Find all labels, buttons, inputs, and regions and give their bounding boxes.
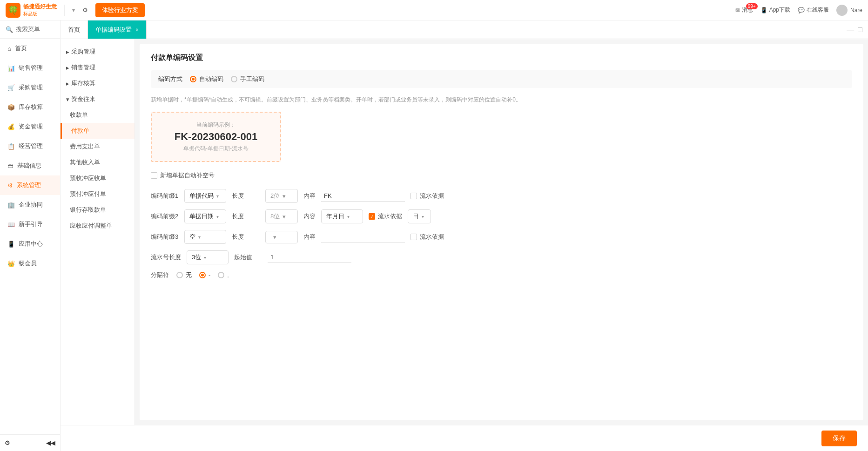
user-profile[interactable]: Nare bbox=[836, 5, 862, 16]
tab-close-icon[interactable]: × bbox=[135, 27, 139, 33]
config-prefix-3-select[interactable]: 空 ▾ bbox=[184, 230, 226, 244]
config-content-2-label: 内容 bbox=[303, 212, 316, 221]
sep-dot-label: . bbox=[227, 272, 229, 279]
serial-checkbox-1[interactable] bbox=[410, 193, 417, 199]
finance-icon: 💰 bbox=[7, 123, 15, 130]
encoding-method-row: 编码方式 自动编码 手工编码 bbox=[151, 70, 852, 88]
serial-length-dropdown-icon: ▾ bbox=[204, 255, 206, 260]
top-bar-right: ✉ 消息 99+ 📱 App下载 💬 在线客服 Nare bbox=[735, 5, 862, 16]
maximize-button[interactable]: □ bbox=[858, 26, 862, 34]
top-bar: 🍀 畅捷通好生意 标品版 ▾ ⚙ 体验行业方案 ✉ 消息 99+ 📱 App下载… bbox=[0, 0, 868, 20]
sidebar-item-sales[interactable]: 📊 销售管理 bbox=[0, 58, 60, 78]
config-prefix-2-select[interactable]: 单据日期 ▾ bbox=[184, 209, 226, 223]
sidebar-item-enterprise[interactable]: 🏢 企业协同 bbox=[0, 195, 60, 215]
serial-checkbox-3[interactable] bbox=[410, 234, 417, 240]
service-icon: 💬 bbox=[798, 7, 805, 13]
sidebar-nav: ⌂ 首页 📊 销售管理 🛒 采购管理 📦 库存核算 💰 资金管理 bbox=[0, 39, 60, 273]
sub-item-expense[interactable]: 费用支出单 bbox=[61, 139, 135, 155]
serial-checkbox-2[interactable]: ✓ bbox=[369, 213, 375, 220]
serial-unit-2-select[interactable]: 日 ▾ bbox=[408, 209, 431, 223]
sub-group-sales[interactable]: ▸ 销售管理 bbox=[61, 60, 135, 75]
sidebar-item-finance[interactable]: 💰 资金管理 bbox=[0, 117, 60, 136]
sep-none-option[interactable]: 无 bbox=[176, 271, 192, 279]
page-footer: 保存 bbox=[61, 425, 868, 451]
manual-encoding-label: 手工编码 bbox=[240, 75, 264, 83]
trial-button[interactable]: 体验行业方案 bbox=[95, 3, 145, 17]
sub-item-other-income[interactable]: 其他收入单 bbox=[61, 155, 135, 170]
sidebar-item-operations[interactable]: 📋 经营管理 bbox=[0, 136, 60, 156]
sep-dash-label: - bbox=[209, 272, 210, 279]
manual-encoding-option[interactable]: 手工编码 bbox=[231, 75, 264, 83]
sub-group-inventory[interactable]: ▸ 库存核算 bbox=[61, 75, 135, 91]
config-content-3-input[interactable] bbox=[321, 231, 405, 242]
sidebar-item-home[interactable]: ⌂ 首页 bbox=[0, 39, 60, 58]
sep-none-radio[interactable] bbox=[176, 272, 183, 278]
collapse-icon[interactable]: ◀◀ bbox=[46, 439, 55, 446]
auto-fill-checkbox-box[interactable] bbox=[151, 172, 157, 179]
serial-length-select[interactable]: 3位 ▾ bbox=[187, 250, 229, 264]
sep-dash-radio[interactable] bbox=[199, 272, 206, 278]
config-length-2-select[interactable]: 8位 ▾ bbox=[265, 209, 298, 223]
hint-text: 新增单据时，*单据编码*自动生成，不可编辑。前缀设置为部门、业务员等档案类。开单… bbox=[151, 95, 852, 104]
auto-encoding-radio[interactable] bbox=[190, 76, 196, 82]
message-button[interactable]: ✉ 消息 99+ bbox=[735, 6, 753, 14]
search-icon: 🔍 bbox=[6, 26, 13, 33]
sep-dot-radio[interactable] bbox=[218, 272, 224, 278]
config-length-1-select[interactable]: 2位 ▾ bbox=[265, 189, 298, 203]
manual-encoding-radio[interactable] bbox=[231, 76, 237, 82]
sidebar-item-system[interactable]: ⚙ 系统管理 bbox=[0, 175, 60, 195]
sub-item-receipt[interactable]: 收款单 bbox=[61, 107, 135, 123]
username: Nare bbox=[850, 7, 862, 13]
app-download-button[interactable]: 📱 App下载 bbox=[760, 6, 790, 14]
tab-home-label: 首页 bbox=[68, 26, 80, 34]
logo-area: 🍀 畅捷通好生意 标品版 bbox=[6, 3, 57, 18]
sidebar-bottom: ⚙ ◀◀ bbox=[0, 434, 60, 451]
sep-dash-option[interactable]: - bbox=[199, 272, 210, 279]
auto-encoding-option[interactable]: 自动编码 bbox=[190, 75, 223, 83]
dropdown-button[interactable]: ▾ bbox=[72, 7, 75, 13]
search-menu-button[interactable]: 🔍 搜索菜单 bbox=[0, 20, 60, 39]
serial-number-row: 流水号长度 3位 ▾ 起始值 bbox=[151, 250, 852, 264]
sub-group-purchase[interactable]: ▸ 采购管理 bbox=[61, 44, 135, 60]
sub-item-payment[interactable]: 付款单 bbox=[61, 123, 135, 139]
config-content-1-input[interactable] bbox=[321, 190, 405, 202]
sub-item-prepay-payable[interactable]: 预付冲应付单 bbox=[61, 186, 135, 202]
sidebar-item-guide[interactable]: 📖 新手引导 bbox=[0, 215, 60, 234]
sub-group-funds[interactable]: ▾ 资金往来 bbox=[61, 91, 135, 107]
serial-label-2: 流水依据 bbox=[378, 212, 402, 221]
length-3-dropdown-icon: ▾ bbox=[273, 234, 276, 241]
sidebar-item-basic[interactable]: 🗃 基础信息 bbox=[0, 156, 60, 175]
auto-fill-checkbox[interactable]: 新增单据自动补空号 bbox=[151, 171, 215, 180]
window-controls: — □ bbox=[847, 26, 868, 34]
serial-unit-2-dropdown-icon: ▾ bbox=[422, 214, 424, 219]
sub-item-prepay-receivable[interactable]: 预收冲应收单 bbox=[61, 170, 135, 186]
config-prefix-2-label: 编码前缀2 bbox=[151, 212, 179, 221]
tab-encoding[interactable]: 单据编码设置 × bbox=[88, 20, 147, 39]
minimize-button[interactable]: — bbox=[847, 26, 854, 34]
config-content-2-select[interactable]: 年月日 ▾ bbox=[321, 209, 363, 223]
serial-check-3: 流水依据 bbox=[410, 233, 444, 241]
settings-button[interactable]: ⚙ bbox=[79, 4, 92, 17]
config-length-1-label: 长度 bbox=[232, 192, 260, 200]
config-content-3-label: 内容 bbox=[303, 233, 316, 241]
sep-dot-option[interactable]: . bbox=[218, 272, 229, 279]
system-icon: ⚙ bbox=[7, 182, 13, 189]
sidebar-item-inventory[interactable]: 📦 库存核算 bbox=[0, 97, 60, 117]
online-service-button[interactable]: 💬 在线客服 bbox=[798, 6, 829, 14]
save-button[interactable]: 保存 bbox=[821, 431, 857, 446]
settings-bottom-icon[interactable]: ⚙ bbox=[5, 439, 10, 446]
config-prefix-1-select[interactable]: 单据代码 ▾ bbox=[184, 189, 226, 203]
sidebar-item-apps[interactable]: 📱 应用中心 bbox=[0, 234, 60, 254]
message-icon: ✉ bbox=[735, 7, 740, 13]
tab-home[interactable]: 首页 bbox=[61, 20, 88, 39]
inventory-icon: 📦 bbox=[7, 104, 15, 111]
sub-item-payable-adjust[interactable]: 应收应付调整单 bbox=[61, 218, 135, 234]
sidebar-item-member[interactable]: 👑 畅会员 bbox=[0, 254, 60, 273]
sidebar-item-purchase[interactable]: 🛒 采购管理 bbox=[0, 78, 60, 97]
operations-icon: 📋 bbox=[7, 143, 15, 150]
prefix-1-dropdown-icon: ▾ bbox=[216, 194, 219, 199]
sub-item-bank-deposit[interactable]: 银行存取款单 bbox=[61, 202, 135, 218]
config-length-3-select[interactable]: ▾ bbox=[265, 231, 298, 243]
serial-check-1: 流水依据 bbox=[410, 192, 444, 200]
start-value-input[interactable] bbox=[268, 252, 351, 263]
